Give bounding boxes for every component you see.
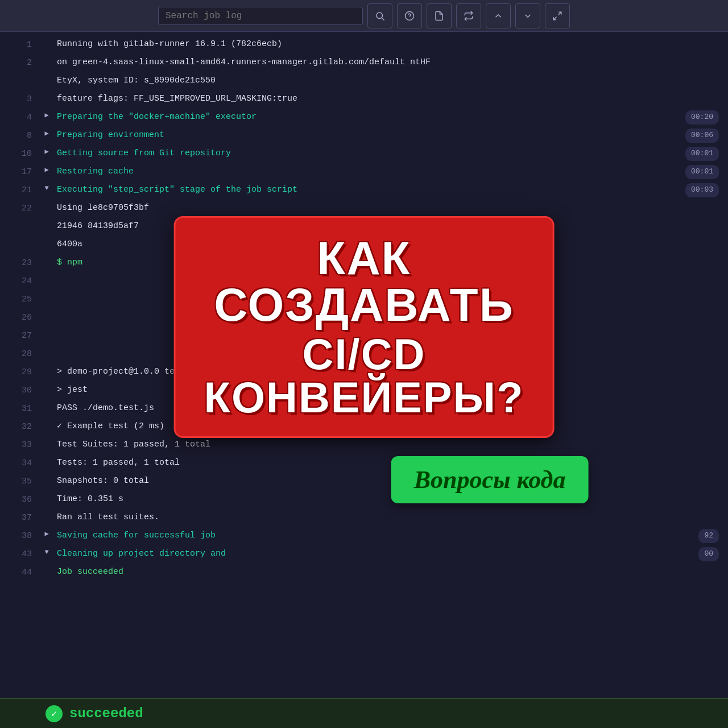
line-number: 4 <box>9 110 32 125</box>
scroll-up-button[interactable] <box>486 3 511 28</box>
log-line: 25 <box>0 291 728 309</box>
log-content: Preparing environment <box>57 129 685 142</box>
log-content: Time: 0.351 s <box>57 493 719 506</box>
expand-button[interactable] <box>545 3 570 28</box>
line-number: 23 <box>9 256 32 270</box>
line-number: 35 <box>9 474 32 489</box>
duration-badge: 92 <box>698 529 719 543</box>
log-line: 37 Ran all test suites. <box>0 510 728 528</box>
log-line: 30 > jest <box>0 382 728 400</box>
log-content: Ran all test suites. <box>57 511 719 524</box>
duration-badge: 00:01 <box>685 165 719 179</box>
log-line: 27 <box>0 328 728 346</box>
line-number: 26 <box>9 311 32 325</box>
log-line: 33 Test Suites: 1 passed, 1 total <box>0 437 728 455</box>
log-content: EtyX, system ID: s_8990de21c550 <box>57 74 719 88</box>
duration-badge: 00 <box>698 547 719 561</box>
log-line: 44 Job succeeded <box>0 564 728 582</box>
log-content: Test Suites: 1 passed, 1 total <box>57 438 719 452</box>
log-content: Running with gitlab-runner 16.9.1 (782c6… <box>57 38 719 51</box>
log-content: Job succeeded <box>57 565 719 579</box>
log-content: ✓ Example test (2 ms) <box>57 420 719 433</box>
log-line: 43 ▼ Cleaning up project directory and 0… <box>0 546 728 564</box>
log-content: $ npm <box>57 256 719 270</box>
line-number: 31 <box>9 402 32 416</box>
duration-badge: 00:20 <box>685 110 719 125</box>
line-number: 8 <box>9 129 32 143</box>
log-line: 10 ▶ Getting source from Git repository … <box>0 146 728 164</box>
log-line: 29 > demo-project@1.0.0 test <box>0 364 728 382</box>
log-content: feature flags: FF_USE_IMPROVED_URL_MASKI… <box>57 92 719 106</box>
expand-icon[interactable]: ▶ <box>41 147 52 158</box>
line-number <box>9 74 32 75</box>
log-content: Executing "step_script" stage of the job… <box>57 183 685 197</box>
line-number: 24 <box>9 274 32 288</box>
line-number: 32 <box>9 420 32 434</box>
log-content: > demo-project@1.0.0 test <box>57 365 719 379</box>
line-number: 17 <box>9 165 32 179</box>
line-number: 3 <box>9 92 32 106</box>
line-number: 38 <box>9 529 32 543</box>
expand-icon[interactable]: ▶ <box>41 165 52 176</box>
search-box[interactable] <box>158 7 363 25</box>
log-line: 22 Using le8c9705f3bf <box>0 200 728 218</box>
svg-line-4 <box>559 12 561 15</box>
line-number: 21 <box>9 183 32 197</box>
log-line: 28 <box>0 346 728 364</box>
log-area: 1 Running with gitlab-runner 16.9.1 (782… <box>0 32 728 728</box>
log-content: Preparing the "docker+machine" executor <box>57 110 685 124</box>
log-content: 21946 84139d5af7 <box>57 220 719 233</box>
help-button[interactable] <box>397 3 422 28</box>
line-number: 34 <box>9 456 32 470</box>
line-number: 27 <box>9 329 32 343</box>
svg-line-1 <box>382 18 384 20</box>
expand-icon[interactable]: ▶ <box>41 129 52 140</box>
log-content: PASS ./demo.test.js <box>57 402 719 415</box>
line-number: 25 <box>9 292 32 307</box>
log-line: 34 Tests: 1 passed, 1 total <box>0 455 728 473</box>
log-line: 6400a <box>0 237 728 255</box>
log-content <box>57 311 719 324</box>
log-content: Restoring cache <box>57 165 685 179</box>
log-line: 31 PASS ./demo.test.js <box>0 400 728 419</box>
log-line: 1 Running with gitlab-runner 16.9.1 (782… <box>0 36 728 55</box>
log-line: 8 ▶ Preparing environment 00:06 <box>0 127 728 146</box>
log-content: > jest <box>57 383 719 397</box>
log-line: 24 <box>0 273 728 291</box>
search-button[interactable] <box>367 3 392 28</box>
status-icon: ✓ <box>46 705 63 722</box>
log-content: Tests: 1 passed, 1 total <box>57 456 719 470</box>
duration-badge: 00:06 <box>685 129 719 143</box>
log-content: 6400a <box>57 238 719 251</box>
log-content: Saving cache for successful job <box>57 529 698 543</box>
transfer-button[interactable] <box>456 3 481 28</box>
log-line: 36 Time: 0.351 s <box>0 491 728 510</box>
line-number: 36 <box>9 493 32 507</box>
document-button[interactable] <box>427 3 452 28</box>
toolbar <box>0 0 728 32</box>
log-line: 38 ▶ Saving cache for successful job 92 <box>0 528 728 546</box>
expand-icon[interactable]: ▶ <box>41 529 52 540</box>
log-line: 2 on green-4.saas-linux-small-amd64.runn… <box>0 55 728 73</box>
log-line: 35 Snapshots: 0 total <box>0 473 728 491</box>
scroll-down-button[interactable] <box>515 3 540 28</box>
line-number: 37 <box>9 511 32 525</box>
log-line: 3 feature flags: FF_USE_IMPROVED_URL_MAS… <box>0 91 728 109</box>
expand-icon[interactable]: ▼ <box>41 183 52 195</box>
line-number: 28 <box>9 347 32 361</box>
line-number: 22 <box>9 201 32 216</box>
search-input[interactable] <box>166 11 355 21</box>
line-number: 1 <box>9 38 32 52</box>
log-content <box>57 347 719 361</box>
line-number: 29 <box>9 365 32 379</box>
line-number: 2 <box>9 56 32 70</box>
status-bar: ✓ succeeded <box>0 698 728 728</box>
expand-icon[interactable]: ▼ <box>41 547 52 559</box>
expand-icon[interactable]: ▶ <box>41 110 52 122</box>
svg-line-5 <box>553 16 556 19</box>
line-number: 43 <box>9 547 32 561</box>
log-line: EtyX, system ID: s_8990de21c550 <box>0 73 728 91</box>
log-line: 4 ▶ Preparing the "docker+machine" execu… <box>0 109 728 127</box>
svg-point-0 <box>377 13 383 19</box>
line-number: 33 <box>9 438 32 452</box>
